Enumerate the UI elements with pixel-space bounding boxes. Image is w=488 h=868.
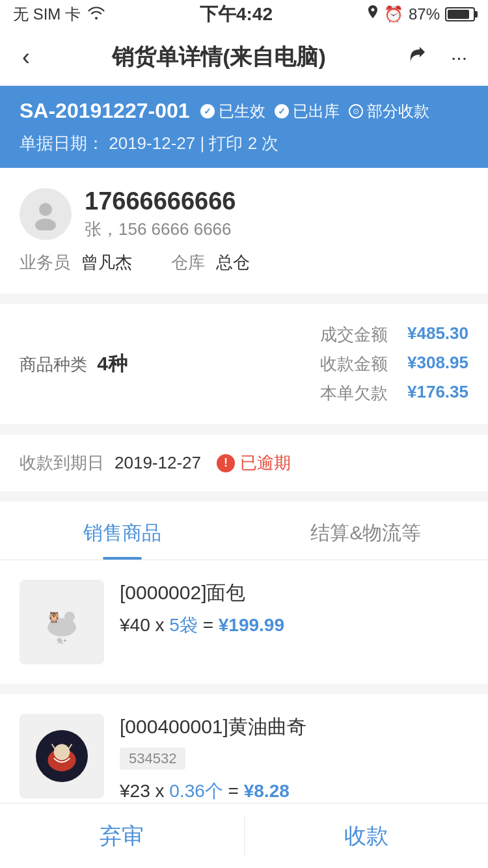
status-bar: 无 SIM 卡 下午4:42 ⏰ 87% (0, 0, 488, 29)
customer-info: 17666666666 张，156 6666 6666 (85, 187, 236, 241)
price-base-1: ¥40 x (120, 615, 169, 635)
order-id: SA-20191227-001 (20, 99, 190, 123)
deal-amount-row: 成交金额 ¥485.30 (320, 323, 468, 346)
page-title: 销货单详情(来自电脑) (36, 42, 401, 72)
avatar (20, 188, 72, 240)
status-tags: ✓ 已生效 ✓ 已出库 ⊙ 部分收款 (200, 101, 429, 122)
owed-label: 本单欠款 (320, 382, 388, 405)
status-tag-partial: ⊙ 部分收款 (349, 101, 429, 122)
product-price-2: ¥23 x 0.36个 = ¥8.28 (120, 779, 468, 804)
summary-left: 商品种类 4种 (20, 351, 128, 377)
tabs-row: 销售商品 结算&物流等 (0, 502, 488, 560)
banner-date-row: 单据日期： 2019-12-27 | 打印 2 次 (20, 132, 468, 155)
svg-point-1 (35, 219, 56, 230)
due-label: 收款到期日 (20, 452, 104, 474)
bottom-bar: 弃审 收款 (0, 803, 488, 868)
customer-meta: 业务员 曾凡杰 仓库 总仓 (20, 251, 468, 274)
alarm-icon: ⏰ (384, 5, 403, 23)
price-total-1: ¥199.99 (219, 615, 284, 635)
collected-amount-row: 收款金额 ¥308.95 (320, 353, 468, 375)
product-name-1: [0000002]面包 (120, 580, 468, 606)
summary-section: 商品种类 4种 成交金额 ¥485.30 收款金额 ¥308.95 本单欠款 ¥… (0, 304, 488, 424)
deal-amount-label: 成交金额 (320, 323, 388, 346)
customer-section: 17666666666 张，156 6666 6666 业务员 曾凡杰 仓库 总… (0, 168, 488, 293)
share-button[interactable] (401, 39, 433, 75)
product-price-1: ¥40 x 5袋 = ¥199.99 (120, 613, 468, 638)
customer-name-sub: 张，156 6666 6666 (85, 218, 236, 241)
clock-icon: ⊙ (349, 104, 363, 118)
sales-label: 业务员 (20, 252, 70, 272)
due-date-value: 2019-12-27 (115, 453, 201, 473)
battery-icon (445, 7, 475, 21)
price-base-2: ¥23 x (120, 781, 169, 801)
status-tag-shipped: ✓ 已出库 (275, 101, 340, 122)
status-tag-effective: ✓ 已生效 (200, 101, 265, 122)
price-total-2: ¥8.28 (244, 781, 290, 801)
svg-text:🦉: 🦉 (47, 611, 61, 623)
svg-text:兔+: 兔+ (57, 637, 67, 644)
collected-value: ¥308.95 (407, 353, 468, 375)
tab-products[interactable]: 销售商品 (0, 502, 244, 560)
print-info: | 打印 2 次 (200, 133, 278, 153)
status-partial-label: 部分收款 (367, 101, 429, 122)
status-left: 无 SIM 卡 (13, 4, 105, 25)
more-button[interactable]: ··· (446, 41, 472, 74)
due-section: 收款到期日 2019-12-27 ! 已逾期 (0, 435, 488, 491)
customer-top: 17666666666 张，156 6666 6666 (20, 187, 468, 241)
battery-percent: 87% (409, 5, 440, 23)
svg-point-0 (39, 203, 52, 216)
product-name-2: [000400001]黄油曲奇 (120, 714, 468, 740)
price-eq-2: = (228, 781, 244, 801)
confirm-button[interactable]: 收款 (245, 804, 489, 868)
back-button[interactable]: ‹ (16, 37, 36, 77)
overdue-text: 已逾期 (240, 452, 291, 474)
header-banner: SA-20191227-001 ✓ 已生效 ✓ 已出库 ⊙ 部分收款 单据日期：… (0, 86, 488, 168)
status-right: ⏰ 87% (367, 5, 475, 23)
summary-right: 成交金额 ¥485.30 收款金额 ¥308.95 本单欠款 ¥176.35 (320, 323, 468, 405)
check-icon-2: ✓ (275, 104, 289, 118)
warehouse-info: 仓库 总仓 (171, 251, 250, 274)
category-label: 商品种类 (20, 355, 87, 374)
products-list: 🦉 兔+ [0000002]面包 ¥40 x 5袋 = ¥199.99 (0, 560, 488, 823)
customer-phone: 17666666666 (85, 187, 236, 215)
date-label: 单据日期： (20, 133, 104, 153)
collected-label: 收款金额 (320, 353, 388, 375)
status-effective-label: 已生效 (219, 101, 265, 122)
status-shipped-label: 已出库 (293, 101, 340, 122)
product-thumb-2 (20, 714, 104, 798)
warehouse-value: 总仓 (216, 252, 250, 272)
owed-amount-row: 本单欠款 ¥176.35 (320, 382, 468, 405)
tab-settlement[interactable]: 结算&物流等 (244, 502, 488, 560)
tabs-section: 销售商品 结算&物流等 (0, 502, 488, 560)
product-info-1: [0000002]面包 ¥40 x 5袋 = ¥199.99 (120, 580, 468, 638)
price-qty-2: 0.36个 (169, 781, 223, 801)
date-value: 2019-12-27 (109, 133, 195, 153)
product-sku-2: 534532 (120, 748, 185, 770)
category-count: 4种 (97, 353, 128, 374)
product-thumb-1: 🦉 兔+ (20, 580, 104, 664)
warehouse-label: 仓库 (171, 252, 205, 272)
product-info-2: [000400001]黄油曲奇 534532 ¥23 x 0.36个 = ¥8.… (120, 714, 468, 804)
svg-point-9 (54, 744, 70, 761)
deal-amount-value: ¥485.30 (407, 323, 468, 346)
owed-value: ¥176.35 (407, 382, 468, 405)
location-icon (367, 5, 379, 23)
wifi-icon (87, 5, 105, 23)
cancel-button[interactable]: 弃审 (0, 804, 244, 868)
overdue-icon: ! (217, 454, 235, 472)
price-eq-1: = (203, 615, 219, 635)
price-qty-1: 5袋 (169, 615, 198, 635)
overdue-badge: ! 已逾期 (217, 452, 291, 474)
sales-info: 业务员 曾凡杰 (20, 251, 132, 274)
nav-bar: ‹ 销货单详情(来自电脑) ··· (0, 29, 488, 86)
check-icon-1: ✓ (200, 104, 215, 118)
banner-row1: SA-20191227-001 ✓ 已生效 ✓ 已出库 ⊙ 部分收款 (20, 99, 468, 123)
nav-actions: ··· (401, 39, 472, 75)
list-item: 🦉 兔+ [0000002]面包 ¥40 x 5袋 = ¥199.99 (0, 560, 488, 684)
sales-value: 曾凡杰 (81, 252, 132, 272)
carrier-label: 无 SIM 卡 (13, 4, 81, 25)
status-time: 下午4:42 (200, 2, 273, 27)
